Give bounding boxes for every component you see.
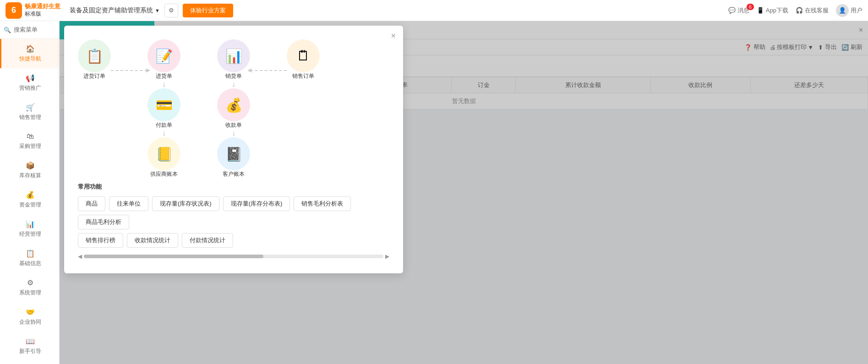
flow-middle-row: 💳 付款单 💰 收款单 [78, 88, 389, 129]
sidebar-item-system[interactable]: ⚙ 系统管理 [0, 273, 59, 302]
sidebar-item-beginner[interactable]: 📖 新手引导 [0, 331, 59, 361]
customer-ledger-node[interactable]: 📓 客户账本 [217, 137, 250, 178]
flow-diagram: 📋 进货订单 ▶ 📝 [78, 39, 389, 178]
scroll-track[interactable] [84, 255, 383, 258]
flow-bottom-row: 📒 供应商账本 📓 客户账本 [78, 137, 389, 178]
user-menu[interactable]: 👤 用户 [836, 4, 863, 17]
sales-order-node[interactable]: 🗒 销售订单 [287, 39, 320, 80]
sales-bill-node[interactable]: 📊 销货单 [217, 39, 250, 80]
download-icon: 📱 [757, 7, 764, 14]
scroll-thumb [84, 255, 263, 258]
sidebar-item-operations[interactable]: 📊 经营管理 [0, 214, 59, 244]
modal-close-button[interactable]: × [391, 31, 396, 41]
message-icon: 💬 [728, 7, 736, 14]
sales-icon: 🛒 [26, 103, 35, 112]
sidebar-item-inventory[interactable]: 📦 库存核算 [0, 156, 59, 185]
scroll-right-icon[interactable]: ▶ [385, 253, 389, 260]
sidebar-item-purchase[interactable]: 🛍 采购管理 [0, 127, 59, 156]
func-btn-stock-status[interactable]: 现存量(库存状况表) [152, 196, 219, 211]
purchase-order-node[interactable]: 📋 进货订单 [78, 39, 111, 80]
purchase-order-icon: 📋 [78, 39, 111, 72]
v-arrows-row2: ↓ ↓ [78, 129, 389, 137]
sidebar-item-basic-info[interactable]: 📋 基础信息 [0, 244, 59, 273]
modal-scrollbar[interactable]: ◀ ▶ [78, 253, 389, 260]
app-logo-icon: 6 [5, 2, 22, 19]
supplier-ledger-icon: 📒 [147, 137, 180, 170]
func-buttons-row2: 销售排行榜 收款情况统计 付款情况统计 [78, 233, 389, 248]
v-arrow-purchase-bill: ↓ [147, 80, 180, 88]
inventory-icon: 📦 [26, 161, 35, 170]
logo-text: 畅康通好生意 标准版 [25, 3, 60, 17]
home-icon: 🏠 [26, 44, 35, 53]
customer-ledger-icon: 📓 [217, 137, 250, 170]
purchase-bill-node[interactable]: 📝 进货单 [147, 39, 180, 80]
message-button[interactable]: 💬 消息 6 [728, 6, 749, 15]
func-btn-counterparts[interactable]: 往来单位 [109, 196, 148, 211]
sidebar-item-marketing[interactable]: 📢 营销推广 [0, 68, 59, 98]
sales-bill-icon: 📊 [217, 39, 250, 72]
content-area: 首页 销售订单执行表 × ✕ ❓ 帮助 🖨 按模板打印 ▼ [60, 21, 868, 364]
v-arrow-payment-bill: ↓ [147, 129, 180, 137]
receipt-bill-node[interactable]: 💰 收款单 [217, 88, 250, 129]
finance-icon: 💰 [26, 190, 35, 199]
v-arrows-row: ↓ ↓ [78, 80, 389, 88]
common-functions: 常用功能 商品 往来单位 现存量(库存状况表) 现存量(库存分布表) 销售毛利分… [78, 183, 389, 260]
operations-icon: 📊 [26, 220, 35, 228]
scroll-left-icon[interactable]: ◀ [78, 253, 82, 260]
supplier-ledger-node[interactable]: 📒 供应商账本 [147, 137, 180, 178]
trial-button[interactable]: 体验行业方案 [183, 4, 233, 17]
func-btn-sales-rank[interactable]: 销售排行榜 [78, 233, 123, 248]
sidebar-item-sales[interactable]: 🛒 销售管理 [0, 98, 59, 127]
beginner-icon: 📖 [26, 337, 35, 346]
purchase-bill-icon: 📝 [147, 39, 180, 72]
func-btn-goods[interactable]: 商品 [78, 196, 105, 211]
top-right-actions: 💬 消息 6 📱 App下载 🎧 在线客服 👤 用户 [728, 4, 863, 17]
purchase-icon: 🛍 [27, 132, 34, 141]
func-btn-payment-stats[interactable]: 付款情况统计 [182, 233, 233, 248]
search-icon: 🔍 [4, 27, 11, 33]
system-icon: ⚙ [27, 278, 33, 287]
v-arrow-receipt-bill: ↓ [217, 129, 250, 137]
modal-overlay: × 📋 进货订单 [60, 21, 868, 364]
v-arrow-sales-bill: ↓ [217, 80, 250, 88]
marketing-icon: 📢 [26, 74, 35, 82]
flow-top-row: 📋 进货订单 ▶ 📝 [78, 39, 389, 80]
service-icon: 🎧 [796, 7, 803, 14]
arrow-right-1: ▶ [111, 70, 147, 71]
avatar: 👤 [836, 4, 849, 17]
payment-bill-icon: 💳 [147, 88, 180, 121]
online-service-button[interactable]: 🎧 在线客服 [796, 6, 829, 15]
basic-info-icon: 📋 [26, 249, 35, 258]
func-btn-stock-dist[interactable]: 现存量(库存分布表) [223, 196, 290, 211]
sidebar: 🔍 搜索菜单 🏠 快捷导航 📢 营销推广 🛒 销售管理 🛍 采购管理 📦 [0, 21, 60, 364]
arrow-left-1: ◀ [250, 70, 287, 71]
func-btn-receipt-stats[interactable]: 收款情况统计 [127, 233, 178, 248]
flow-modal: × 📋 进货订单 [64, 26, 403, 273]
func-buttons-row1: 商品 往来单位 现存量(库存状况表) 现存量(库存分布表) 销售毛利分析表 商品… [78, 196, 389, 229]
app-download-button[interactable]: 📱 App下载 [757, 6, 788, 15]
sidebar-item-quick-nav[interactable]: 🏠 快捷导航 [0, 39, 59, 68]
sales-order-icon: 🗒 [287, 39, 320, 72]
settings-button[interactable]: ⚙ [164, 4, 178, 17]
enterprise-icon: 🤝 [26, 308, 35, 316]
func-btn-goods-profit[interactable]: 商品毛利分析 [78, 215, 129, 229]
main-area: 🔍 搜索菜单 🏠 快捷导航 📢 营销推广 🛒 销售管理 🛍 采购管理 📦 [0, 21, 868, 364]
sidebar-item-finance[interactable]: 💰 资金管理 [0, 185, 59, 214]
logo-area: 6 畅康通好生意 标准版 [5, 2, 60, 19]
func-btn-sales-profit[interactable]: 销售毛利分析表 [294, 196, 351, 211]
search-menu-button[interactable]: 🔍 搜索菜单 [0, 21, 59, 39]
receipt-bill-icon: 💰 [217, 88, 250, 121]
system-name: 装备及固定资产辅助管理系统 ▼ [70, 6, 160, 15]
chevron-down-icon[interactable]: ▼ [155, 8, 160, 13]
payment-bill-node[interactable]: 💳 付款单 [147, 88, 180, 129]
top-bar: 6 畅康通好生意 标准版 装备及固定资产辅助管理系统 ▼ ⚙ 体验行业方案 💬 … [0, 0, 868, 21]
sidebar-item-enterprise[interactable]: 🤝 企业协同 [0, 302, 59, 331]
